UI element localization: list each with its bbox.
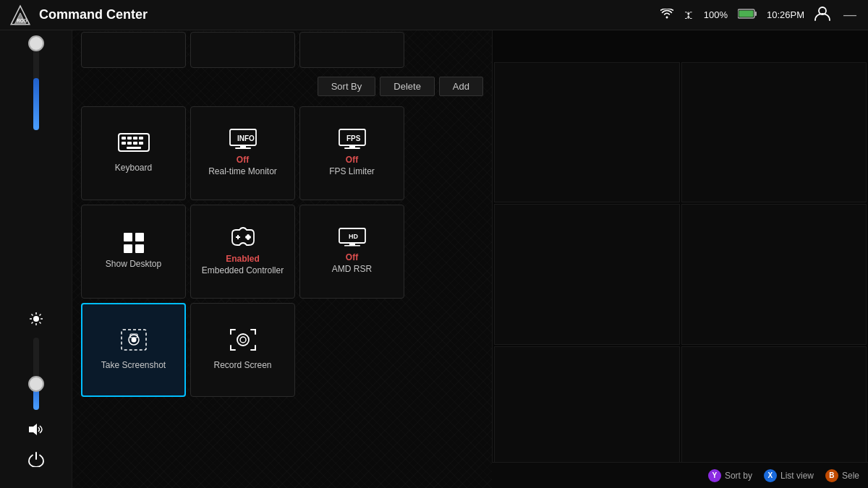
svg-rect-5 bbox=[739, 11, 753, 17]
svg-line-12 bbox=[31, 314, 33, 316]
svg-rect-26 bbox=[127, 147, 141, 149]
secondary-slider-container[interactable] bbox=[33, 338, 39, 410]
svg-text:HD: HD bbox=[349, 233, 358, 240]
add-button[interactable]: Add bbox=[439, 77, 483, 96]
select-label: Sele bbox=[842, 471, 859, 481]
svg-point-49 bbox=[237, 334, 249, 346]
svg-line-14 bbox=[39, 314, 41, 316]
secondary-slider-thumb[interactable] bbox=[28, 376, 44, 392]
volume-icon bbox=[22, 417, 50, 445]
sort-by-circle: Y bbox=[708, 469, 721, 482]
volume-slider-track[interactable] bbox=[33, 43, 39, 130]
windows-grid-icon bbox=[124, 233, 144, 253]
partial-tile-2 bbox=[190, 32, 295, 68]
tile-fps-limiter-label: FPS Limiter bbox=[329, 166, 375, 178]
sidebar bbox=[0, 30, 72, 488]
svg-line-15 bbox=[31, 322, 33, 324]
tile-record-screen[interactable]: Record Screen bbox=[190, 303, 295, 397]
title-bar: ROG Command Center ⯰ 100% 10:26PM bbox=[0, 0, 868, 30]
svg-rect-20 bbox=[133, 137, 137, 140]
bottom-status-bar: Y Sort by X List view B Sele bbox=[492, 462, 868, 488]
svg-rect-18 bbox=[122, 137, 126, 140]
svg-rect-23 bbox=[127, 142, 132, 145]
right-tile-3 bbox=[494, 204, 680, 344]
svg-line-13 bbox=[39, 322, 41, 324]
sort-by-button[interactable]: Sort By bbox=[318, 77, 376, 96]
volume-slider-container[interactable] bbox=[33, 36, 39, 309]
secondary-slider-track[interactable] bbox=[33, 338, 39, 410]
svg-point-50 bbox=[240, 337, 246, 343]
tiles-grid: Keyboard INFO Off Real-time Monitor bbox=[72, 102, 492, 488]
bluetooth-icon: ⯰ bbox=[684, 9, 694, 21]
tile-take-screenshot[interactable]: Take Screenshot bbox=[81, 303, 186, 397]
svg-rect-33 bbox=[349, 145, 355, 147]
tile-amd-rsr-label: AMD RSR bbox=[332, 264, 372, 275]
svg-point-39 bbox=[245, 236, 248, 239]
svg-rect-21 bbox=[139, 137, 143, 140]
partial-tile-1 bbox=[81, 32, 186, 68]
svg-rect-30 bbox=[235, 147, 251, 149]
tile-realtime-monitor-label: Real-time Monitor bbox=[208, 166, 277, 178]
clock: 10:26PM bbox=[767, 9, 804, 20]
tile-amd-rsr[interactable]: HD Off AMD RSR bbox=[299, 205, 404, 299]
select-circle: B bbox=[825, 469, 838, 482]
svg-rect-34 bbox=[344, 147, 360, 149]
fps-limiter-status: Off bbox=[346, 155, 358, 165]
right-tile-4 bbox=[681, 204, 867, 344]
realtime-monitor-status: Off bbox=[237, 155, 249, 165]
user-icon bbox=[814, 7, 830, 24]
right-tile-2 bbox=[681, 62, 867, 202]
select-item[interactable]: B Sele bbox=[825, 469, 859, 482]
tile-record-screen-label: Record Screen bbox=[213, 360, 271, 372]
tile-embedded-controller[interactable]: Enabled Embedded Controller bbox=[190, 205, 295, 299]
right-panel bbox=[492, 30, 868, 488]
minimize-button[interactable]: — bbox=[841, 7, 859, 22]
tile-fps-limiter[interactable]: FPS Off FPS Limiter bbox=[299, 106, 404, 200]
tile-keyboard-label: Keyboard bbox=[115, 163, 152, 174]
svg-rect-4 bbox=[754, 12, 757, 16]
screenshot-icon bbox=[120, 328, 148, 354]
amd-rsr-status: Off bbox=[346, 252, 358, 262]
tile-show-desktop[interactable]: Show Desktop bbox=[81, 205, 186, 299]
tile-take-screenshot-label: Take Screenshot bbox=[101, 360, 166, 372]
right-tile-1 bbox=[494, 62, 680, 202]
brightness-icon bbox=[26, 309, 46, 332]
rog-logo-icon: ROG bbox=[9, 4, 32, 27]
svg-rect-24 bbox=[133, 142, 137, 145]
tile-keyboard[interactable]: Keyboard bbox=[81, 106, 186, 200]
fps-icon: FPS bbox=[339, 129, 366, 152]
partial-tile-3 bbox=[299, 32, 404, 68]
power-icon[interactable] bbox=[22, 445, 50, 476]
svg-marker-16 bbox=[29, 424, 37, 435]
record-screen-icon bbox=[229, 328, 257, 354]
app-title: Command Center bbox=[39, 7, 660, 22]
info-icon: INFO bbox=[229, 129, 257, 152]
delete-button[interactable]: Delete bbox=[380, 77, 435, 96]
volume-slider-thumb[interactable] bbox=[28, 35, 44, 51]
main-layout: Sort By Delete Add bbox=[0, 30, 868, 488]
svg-rect-22 bbox=[122, 142, 126, 145]
sort-by-item[interactable]: Y Sort by bbox=[708, 469, 752, 482]
sort-by-label: Sort by bbox=[725, 471, 752, 481]
gamepad-icon bbox=[229, 226, 258, 251]
content-area: Sort By Delete Add bbox=[72, 30, 492, 488]
battery-icon bbox=[738, 9, 757, 21]
svg-rect-29 bbox=[240, 145, 246, 147]
svg-point-7 bbox=[33, 316, 39, 322]
toolbar: Sort By Delete Add bbox=[72, 70, 492, 102]
svg-point-40 bbox=[248, 236, 251, 239]
svg-rect-44 bbox=[344, 245, 360, 247]
tile-realtime-monitor[interactable]: INFO Off Real-time Monitor bbox=[190, 106, 295, 200]
tile-show-desktop-label: Show Desktop bbox=[106, 259, 161, 270]
battery-percentage: 100% bbox=[704, 9, 728, 20]
title-bar-status: ⯰ 100% 10:26PM — bbox=[660, 7, 859, 24]
svg-text:INFO: INFO bbox=[237, 134, 255, 142]
tiles-row-1: Keyboard INFO Off Real-time Monitor bbox=[81, 106, 483, 200]
wifi-icon bbox=[660, 9, 673, 21]
tile-embedded-controller-label: Embedded Controller bbox=[202, 265, 284, 277]
svg-text:ROG: ROG bbox=[17, 17, 27, 22]
embedded-controller-status: Enabled bbox=[226, 254, 260, 264]
list-view-item[interactable]: X List view bbox=[764, 469, 814, 482]
list-view-circle: X bbox=[764, 469, 777, 482]
svg-rect-25 bbox=[139, 142, 143, 145]
